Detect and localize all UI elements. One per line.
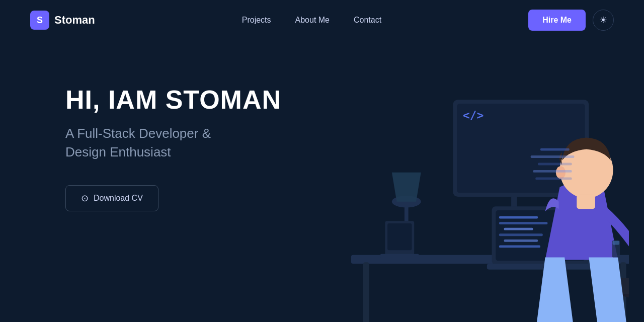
svg-rect-17 xyxy=(499,222,547,224)
nav-links: Projects About Me Contact xyxy=(242,16,381,25)
svg-rect-41 xyxy=(538,163,572,166)
svg-text:</>: </> xyxy=(463,109,484,122)
logo-name: Stoman xyxy=(54,14,95,27)
svg-rect-36 xyxy=(577,194,595,209)
svg-rect-16 xyxy=(499,216,538,219)
desk-scene-svg: </> xyxy=(287,75,629,322)
download-cv-button[interactable]: ⊙ Download CV xyxy=(65,185,158,211)
svg-rect-21 xyxy=(499,246,540,248)
svg-rect-13 xyxy=(380,254,419,258)
svg-rect-9 xyxy=(363,262,369,322)
nav-item-contact[interactable]: Contact xyxy=(354,16,381,25)
logo-area: S Stoman xyxy=(30,11,95,30)
hero-illustration: </> xyxy=(267,25,644,322)
sun-icon: ☀ xyxy=(599,15,607,26)
svg-rect-19 xyxy=(499,233,543,236)
nav-link-projects[interactable]: Projects xyxy=(242,16,271,24)
svg-rect-20 xyxy=(504,239,538,242)
svg-rect-18 xyxy=(504,228,533,230)
hero-section: HI, IAM STOMAN A Full-Stack Developer & … xyxy=(0,40,644,322)
svg-rect-43 xyxy=(535,178,572,180)
download-cv-label: Download CV xyxy=(94,194,143,203)
nav-right: Hire Me ☀ xyxy=(528,10,614,31)
navbar: S Stoman Projects About Me Contact Hire … xyxy=(0,0,644,40)
hero-text: HI, IAM STOMAN A Full-Stack Developer & … xyxy=(65,55,281,211)
svg-rect-40 xyxy=(531,155,575,158)
nav-link-contact[interactable]: Contact xyxy=(354,16,381,24)
download-icon: ⊙ xyxy=(81,193,89,204)
theme-toggle-button[interactable]: ☀ xyxy=(593,10,614,31)
hero-heading: HI, IAM STOMAN xyxy=(65,86,281,114)
svg-rect-39 xyxy=(540,148,570,151)
logo-letter: S xyxy=(37,15,43,26)
nav-link-about[interactable]: About Me xyxy=(295,16,330,24)
nav-item-about[interactable]: About Me xyxy=(295,16,330,25)
svg-rect-22 xyxy=(487,264,594,270)
hero-subtitle: A Full-Stack Developer & Design Enthusia… xyxy=(65,124,226,161)
svg-rect-42 xyxy=(533,170,572,173)
svg-rect-38 xyxy=(613,241,620,245)
logo-box: S xyxy=(30,11,49,30)
svg-marker-7 xyxy=(392,173,421,202)
nav-item-projects[interactable]: Projects xyxy=(242,16,271,25)
hire-me-button[interactable]: Hire Me xyxy=(528,10,586,31)
svg-rect-12 xyxy=(387,223,412,250)
